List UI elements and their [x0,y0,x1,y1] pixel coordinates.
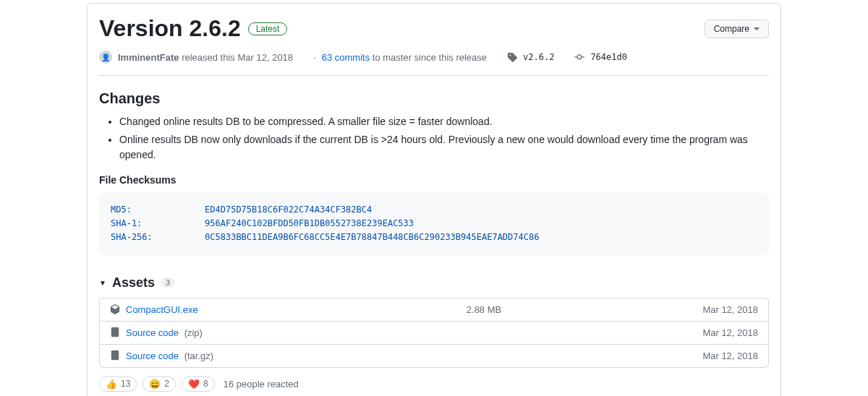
avatar[interactable]: 👤 [99,51,112,64]
change-item: Online results DB now only downloads if … [119,132,769,163]
heart-icon: ❤️ [188,379,200,389]
reactions-row: 👍 13 😄 2 ❤️ 8 16 people reacted [99,376,769,396]
package-icon [110,304,120,314]
reaction-thumbs-up[interactable]: 👍 13 [99,376,137,392]
asset-date: Mar 12, 2018 [563,327,758,338]
commit-sha[interactable]: 764e1d0 [590,52,627,62]
author-link[interactable]: ImminentFate [118,52,179,63]
compare-label: Compare [714,24,749,34]
assets-toggle[interactable]: ▼ Assets 3 [99,275,769,290]
zip-icon [110,327,120,337]
tag-name[interactable]: v2.6.2 [523,52,554,62]
zip-icon [110,350,120,361]
change-item: Changed online results DB to be compress… [119,114,769,129]
asset-row[interactable]: Source code (zip) Mar 12, 2018 [100,321,768,344]
release-meta: 👤 ImminentFate released this Mar 12, 201… [99,51,769,76]
checksums-block: MD5: ED4D75D75B18C6F022C74A34CF382BC4 SH… [99,193,769,255]
release-title: Version 2.6.2 [99,15,241,42]
assets-list: CompactGUI.exe 2.88 MB Mar 12, 2018 Sour… [99,298,769,368]
asset-name[interactable]: Source code [126,350,179,361]
latest-badge: Latest [248,22,288,35]
disclosure-triangle-icon: ▼ [99,279,106,287]
reaction-heart[interactable]: ❤️ 8 [182,376,215,392]
reaction-count: 2 [164,379,169,389]
reaction-laugh[interactable]: 😄 2 [142,376,176,392]
commits-suffix: to master since this release [373,52,487,63]
asset-name[interactable]: CompactGUI.exe [126,304,198,315]
changes-heading: Changes [99,90,769,107]
commits-link[interactable]: 63 commits [322,52,370,63]
asset-row[interactable]: Source code (tar.gz) Mar 12, 2018 [100,344,768,367]
asset-date: Mar 12, 2018 [563,304,758,315]
reacted-summary: 16 people reacted [224,379,299,389]
asset-variant: (zip) [184,327,203,338]
compare-button[interactable]: Compare [705,20,769,38]
laugh-icon: 😄 [149,379,161,389]
reaction-count: 8 [203,379,208,389]
released-text: released this Mar 12, 2018 [182,52,293,63]
release-card: Version 2.6.2 Latest Compare 👤 ImminentF… [87,3,781,396]
reaction-count: 13 [121,379,130,389]
asset-size: 2.88 MB [467,304,563,315]
caret-down-icon [754,27,760,30]
thumbs-up-icon: 👍 [106,379,117,389]
asset-variant: (tar.gz) [184,350,213,361]
asset-date: Mar 12, 2018 [563,350,758,361]
changes-list: Changed online results DB to be compress… [99,114,769,163]
assets-count-badge: 3 [161,277,175,288]
checksums-heading: File Checksums [99,174,769,186]
assets-heading: Assets [112,275,155,290]
release-header: Version 2.6.2 Latest Compare [99,15,769,42]
separator-dot: · [313,52,316,63]
asset-name[interactable]: Source code [126,327,179,338]
tag-icon [507,52,517,62]
asset-row[interactable]: CompactGUI.exe 2.88 MB Mar 12, 2018 [100,298,768,321]
commit-icon [574,52,584,62]
